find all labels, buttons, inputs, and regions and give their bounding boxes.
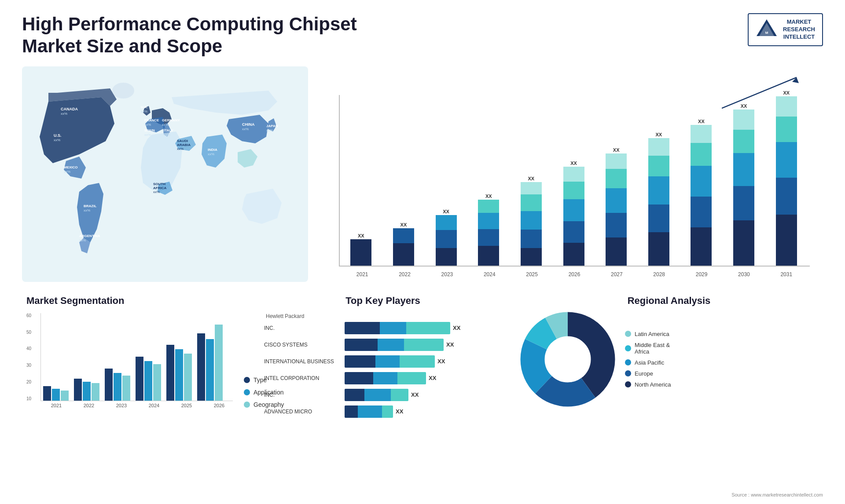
player-bar-container-6: XX	[345, 405, 502, 418]
regional-title: Regional Analysis	[519, 295, 819, 307]
y-label-40: 40	[26, 346, 31, 351]
player-bar-4-seg3	[397, 372, 426, 384]
bar-2022: XX	[385, 222, 423, 266]
player-bar-1-seg3	[406, 322, 450, 334]
svg-text:CANADA: CANADA	[61, 107, 78, 111]
bar-2026: XX	[555, 161, 593, 266]
seg-group-2021	[43, 386, 69, 401]
players-title: Top Key Players	[264, 295, 502, 307]
svg-text:xx%: xx%	[141, 110, 147, 113]
page-container: High Performance Computing Chipset Marke…	[0, 0, 845, 504]
svg-text:M: M	[765, 31, 768, 35]
player-bar-4-seg2	[373, 372, 397, 384]
svg-text:SPAIN: SPAIN	[144, 128, 155, 132]
svg-text:AFRICA: AFRICA	[153, 186, 166, 190]
player-row-3: INTERNATIONAL BUSINESS XX	[264, 355, 502, 368]
svg-text:ARGENTINA: ARGENTINA	[79, 234, 100, 238]
legend-dot-geography	[244, 402, 250, 408]
seg-group-2025	[166, 345, 192, 401]
legend-north-america: North America	[625, 381, 671, 388]
svg-point-4	[112, 83, 134, 99]
legend-label-europe: Europe	[635, 370, 653, 377]
player-bar-5-seg3	[391, 389, 408, 401]
player-row-1: INC. XX	[264, 322, 502, 334]
svg-text:ITALY: ITALY	[164, 128, 173, 132]
player-bar-container-1: XX	[345, 322, 502, 334]
player-xx-2: XX	[446, 341, 454, 348]
player-bar-container-2: XX	[345, 339, 502, 351]
player-xx-4: XX	[429, 375, 436, 381]
seg-group-2026	[197, 325, 223, 401]
player-bar-5	[345, 389, 408, 401]
bar-chart-section: XX XX XX	[317, 66, 823, 286]
regional-legend: Latin America Middle East &Africa Asia P…	[625, 331, 671, 388]
legend-label-north-america: North America	[635, 381, 671, 388]
svg-text:xx%: xx%	[153, 190, 160, 194]
seg-x-2025: 2025	[173, 403, 200, 408]
x-label-2021: 2021	[343, 271, 381, 278]
player-xx-3: XX	[437, 358, 445, 365]
y-label-50: 50	[26, 330, 31, 335]
svg-text:BRAZIL: BRAZIL	[84, 204, 96, 208]
svg-text:xx%: xx%	[54, 138, 60, 142]
svg-text:xx%: xx%	[242, 127, 249, 131]
page-title: High Performance Computing Chipset Marke…	[22, 13, 418, 58]
donut-container: Latin America Middle East &Africa Asia P…	[519, 311, 819, 408]
player-bar-3-seg1	[345, 355, 375, 368]
legend-dot-asia	[625, 359, 631, 365]
svg-text:U.K.: U.K.	[141, 105, 148, 109]
player-name-2: CISCO SYSTEMS	[264, 342, 341, 348]
player-xx-6: XX	[396, 408, 403, 415]
legend-dot-europe	[625, 370, 631, 376]
svg-text:FRANCE: FRANCE	[144, 118, 159, 122]
player-bar-2-seg1	[345, 339, 378, 351]
svg-text:ARABIA: ARABIA	[177, 143, 191, 147]
svg-text:xx%: xx%	[144, 133, 151, 137]
legend-europe: Europe	[625, 370, 671, 377]
svg-text:SAUDI: SAUDI	[177, 139, 188, 143]
seg-x-2026: 2026	[206, 403, 233, 408]
x-label-2024: 2024	[470, 271, 508, 278]
svg-text:JAPAN: JAPAN	[266, 124, 278, 128]
x-label-2026: 2026	[555, 271, 593, 278]
player-bar-2-seg3	[404, 339, 444, 351]
x-label-2031: 2031	[768, 271, 805, 278]
legend-latin-america: Latin America	[625, 331, 671, 337]
player-bar-6	[345, 405, 393, 418]
svg-text:CHINA: CHINA	[242, 122, 255, 127]
bar-2029: XX	[682, 119, 720, 266]
svg-text:SOUTH: SOUTH	[153, 182, 165, 186]
legend-mea: Middle East &Africa	[625, 342, 671, 355]
svg-text:U.S.: U.S.	[54, 133, 62, 138]
seg-x-2023: 2023	[108, 403, 135, 408]
player-bar-container-4: XX	[345, 372, 502, 384]
svg-text:xx%: xx%	[162, 123, 169, 127]
y-label-60: 60	[26, 313, 31, 318]
svg-text:GERMANY: GERMANY	[162, 118, 180, 122]
legend-dot-type	[244, 377, 250, 383]
player-bar-1-seg2	[380, 322, 406, 334]
bar-2021: XX	[342, 233, 380, 266]
svg-text:xx%: xx%	[266, 128, 273, 132]
player-bar-2-seg2	[378, 339, 404, 351]
players-section: Top Key Players Hewlett Packard INC. XX …	[260, 291, 506, 427]
svg-text:xx%: xx%	[61, 112, 67, 116]
seg-group-2023	[105, 369, 130, 401]
y-label-30: 30	[26, 363, 31, 368]
source-text: Source : www.marketresearchintellect.com	[731, 492, 823, 497]
y-label-20: 20	[26, 380, 31, 384]
x-label-2022: 2022	[386, 271, 423, 278]
world-map-container: CANADA xx% U.S. xx% MEXICO xx% BRAZIL xx…	[22, 66, 308, 286]
svg-text:xx%: xx%	[144, 123, 151, 127]
legend-dot-latin	[625, 331, 631, 337]
player-bar-4-seg1	[345, 372, 373, 384]
bar-2023: XX	[427, 209, 465, 266]
segmentation-section: Market Segmentation 60 50 40 30 20 10	[22, 291, 251, 427]
player-bar-3	[345, 355, 435, 368]
legend-dot-application	[244, 389, 250, 395]
logo-icon: M	[756, 18, 778, 40]
svg-text:xx%: xx%	[84, 208, 90, 212]
player-row-2: CISCO SYSTEMS XX	[264, 339, 502, 351]
player-name-3: INTERNATIONAL BUSINESS	[264, 358, 341, 365]
header: High Performance Computing Chipset Marke…	[22, 13, 823, 58]
